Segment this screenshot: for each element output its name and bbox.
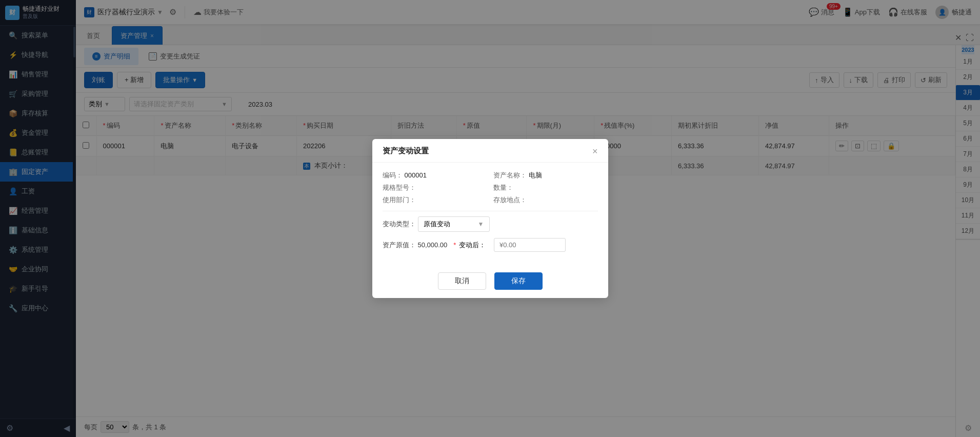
- modal-location-item: 存放地点：: [493, 195, 598, 205]
- modal-dept-item: 使用部门：: [383, 195, 487, 205]
- modal-code-label: 编码：: [383, 171, 403, 180]
- modal-asset-value-label: 资产原值：: [383, 241, 416, 250]
- modal-footer: 取消 保存: [372, 266, 608, 298]
- modal-asset-value-row: 资产原值： 50,000.00 * 变动后：: [383, 238, 598, 252]
- modal-close-btn[interactable]: ×: [592, 147, 598, 156]
- modal-overlay: 资产变动设置 × 编码： 000001 资产名称： 电脑 规格型号： 数量：: [0, 0, 980, 437]
- modal-change-type-value: 原值变动: [424, 220, 450, 229]
- modal-body: 编码： 000001 资产名称： 电脑 规格型号： 数量： 使用部门：: [372, 163, 608, 266]
- modal-code-value: 000001: [405, 171, 427, 179]
- modal-asset-value: 50,000.00: [418, 241, 448, 249]
- modal-name-value: 电脑: [529, 171, 542, 180]
- modal-change-type-arrow-icon: ▼: [478, 221, 484, 228]
- modal-qty-item: 数量：: [493, 183, 598, 192]
- modal-location-label: 存放地点：: [493, 195, 527, 205]
- modal-change-type-select[interactable]: 原值变动 ▼: [418, 216, 490, 232]
- modal-cancel-label: 取消: [455, 276, 469, 285]
- modal-info-grid: 编码： 000001 资产名称： 电脑 规格型号： 数量： 使用部门：: [383, 171, 598, 205]
- modal-title: 资产变动设置: [383, 146, 429, 156]
- modal-code-item: 编码： 000001: [383, 171, 487, 180]
- asset-change-modal: 资产变动设置 × 编码： 000001 资产名称： 电脑 规格型号： 数量：: [372, 139, 608, 298]
- modal-save-label: 保存: [511, 276, 526, 285]
- modal-name-label: 资产名称：: [493, 171, 527, 180]
- modal-after-change-label: 变动后：: [459, 241, 486, 249]
- modal-save-btn[interactable]: 保存: [494, 272, 543, 290]
- modal-required-star: * 变动后：: [453, 241, 486, 250]
- modal-spec-label: 规格型号：: [383, 183, 416, 192]
- modal-change-type-row: 变动类型： 原值变动 ▼: [383, 216, 598, 232]
- modal-header: 资产变动设置 ×: [372, 139, 608, 163]
- modal-required-icon: *: [453, 241, 456, 249]
- modal-after-change-input[interactable]: [494, 238, 566, 252]
- modal-change-type-label: 变动类型：: [383, 220, 416, 229]
- modal-dept-label: 使用部门：: [383, 195, 416, 205]
- modal-cancel-btn[interactable]: 取消: [438, 272, 486, 290]
- modal-qty-label: 数量：: [493, 183, 513, 192]
- modal-name-item: 资产名称： 电脑: [493, 171, 598, 180]
- modal-spec-item: 规格型号：: [383, 183, 487, 192]
- modal-divider: [383, 211, 598, 211]
